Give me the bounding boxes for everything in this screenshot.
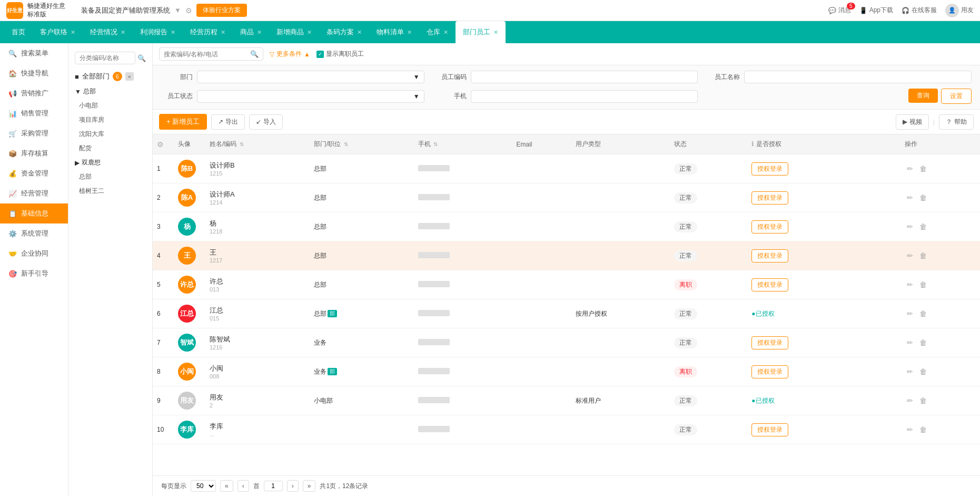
import-button[interactable]: ↙ 导入: [249, 114, 283, 130]
dept-item-shenyang[interactable]: 沈阳大库: [68, 127, 152, 141]
delete-button[interactable]: 🗑: [917, 163, 929, 174]
dept-item-zhishu[interactable]: 植树王二: [68, 184, 152, 198]
dept-item-xiaodibu[interactable]: 小电部: [68, 99, 152, 113]
authorize-button[interactable]: 授权登录: [751, 249, 788, 262]
delete-button[interactable]: 🗑: [917, 366, 929, 377]
close-icon[interactable]: ✕: [307, 29, 312, 36]
dept-item-peihuo[interactable]: 配货: [68, 141, 152, 155]
phone-input[interactable]: [471, 90, 698, 103]
delete-button[interactable]: 🗑: [917, 424, 929, 435]
tab-department[interactable]: 部门员工 ✕: [456, 21, 506, 43]
sidebar-item-system[interactable]: ⚙️ 系统管理: [0, 223, 68, 244]
authorize-button[interactable]: 授权登录: [751, 365, 788, 378]
delete-button[interactable]: 🗑: [917, 395, 929, 406]
empcode-input[interactable]: [471, 71, 698, 83]
dept-search-icon[interactable]: 🔍: [137, 54, 146, 62]
edit-button[interactable]: ✏: [905, 192, 915, 203]
message-action[interactable]: 💬 消息 5: [828, 6, 851, 15]
tab-home[interactable]: 首页: [4, 21, 33, 43]
sidebar-item-collab[interactable]: 🤝 企业协同: [0, 244, 68, 264]
dept-select[interactable]: ▼: [197, 71, 424, 83]
video-button[interactable]: ▶ 视频: [896, 114, 929, 130]
tab-goods[interactable]: 商品 ✕: [233, 21, 269, 43]
app-download-action[interactable]: 📱 App下载: [859, 6, 893, 15]
close-icon[interactable]: ✕: [121, 29, 125, 36]
sidebar-item-marketing[interactable]: 📢 营销推广: [0, 83, 68, 103]
sidebar-item-inventory[interactable]: 📦 库存核算: [0, 143, 68, 163]
tab-add-goods[interactable]: 新增商品 ✕: [269, 21, 319, 43]
tab-history[interactable]: 经营历程 ✕: [183, 21, 233, 43]
col-name[interactable]: 姓名/编码 ⇅: [205, 134, 310, 154]
search-icon[interactable]: 🔍: [250, 50, 259, 58]
sidebar-item-basic[interactable]: 📋 基础信息: [0, 203, 68, 223]
set-button[interactable]: 设置: [941, 89, 972, 104]
authorize-button[interactable]: 授权登录: [751, 220, 788, 234]
authorize-button[interactable]: 授权登录: [751, 336, 788, 349]
per-page-select[interactable]: 50: [191, 480, 216, 492]
sidebar-item-search[interactable]: 🔍 搜索菜单: [0, 43, 68, 63]
add-employee-button[interactable]: + 新增员工: [159, 114, 207, 130]
delete-button[interactable]: 🗑: [917, 279, 929, 290]
help-button[interactable]: ？ 帮助: [939, 114, 974, 130]
page-input[interactable]: [264, 481, 283, 491]
dept-search-input[interactable]: [75, 52, 135, 64]
delete-button[interactable]: 🗑: [917, 192, 929, 203]
edit-button[interactable]: ✏: [905, 163, 915, 174]
authorize-button[interactable]: 授权登录: [751, 423, 788, 436]
delete-button[interactable]: 🗑: [917, 308, 929, 319]
search-input[interactable]: [164, 51, 248, 58]
authorize-button[interactable]: 授权登录: [751, 278, 788, 291]
last-page-button[interactable]: »: [303, 480, 316, 492]
delete-button[interactable]: 🗑: [917, 221, 929, 232]
close-icon[interactable]: ✕: [257, 29, 262, 36]
edit-button[interactable]: ✏: [905, 221, 915, 232]
tab-operation[interactable]: 经营情况 ✕: [83, 21, 133, 43]
dept-group-zongbu[interactable]: ▼ 总部: [68, 84, 152, 99]
close-icon[interactable]: ✕: [221, 29, 225, 36]
dept-item-zongbu2[interactable]: 总部: [68, 170, 152, 184]
sidebar-item-finance[interactable]: 💰 资金管理: [0, 163, 68, 183]
tab-barcode[interactable]: 条码方案 ✕: [319, 21, 369, 43]
close-icon[interactable]: ✕: [493, 29, 498, 36]
close-icon[interactable]: ✕: [357, 29, 362, 36]
edit-button[interactable]: ✏: [905, 279, 915, 290]
edit-button[interactable]: ✏: [905, 424, 915, 435]
settings-icon[interactable]: ⚙: [157, 140, 164, 149]
tab-profit[interactable]: 利润报告 ✕: [133, 21, 183, 43]
close-icon[interactable]: ✕: [443, 29, 448, 36]
sidebar-item-purchase[interactable]: 🛒 采购管理: [0, 123, 68, 143]
more-filter-btn[interactable]: ▽ 更多条件 ▲: [270, 50, 310, 59]
tab-customer[interactable]: 客户联络 ✕: [33, 21, 83, 43]
export-button[interactable]: ↗ 导出: [211, 114, 245, 130]
edit-button[interactable]: ✏: [905, 366, 915, 377]
sidebar-item-nav[interactable]: 🏠 快捷导航: [0, 63, 68, 83]
edit-button[interactable]: ✏: [905, 337, 915, 348]
gear-icon[interactable]: ⚙: [185, 6, 192, 15]
user-action[interactable]: 👤 用友: [945, 4, 974, 17]
edit-button[interactable]: ✏: [905, 395, 915, 406]
collapse-button[interactable]: «: [125, 72, 134, 81]
delete-button[interactable]: 🗑: [917, 250, 929, 261]
dept-item-project[interactable]: 项目库房: [68, 113, 152, 127]
close-icon[interactable]: ✕: [171, 29, 175, 36]
status-select[interactable]: ▼: [197, 90, 424, 103]
tab-material[interactable]: 物料清单 ✕: [369, 21, 419, 43]
delete-button[interactable]: 🗑: [917, 337, 929, 348]
tab-warehouse[interactable]: 仓库 ✕: [419, 21, 456, 43]
first-page-button[interactable]: «: [220, 480, 233, 492]
service-action[interactable]: 🎧 在线客服: [902, 6, 937, 15]
sidebar-item-guide[interactable]: 🎯 新手引导: [0, 264, 68, 284]
next-page-button[interactable]: ›: [287, 480, 299, 492]
col-dept[interactable]: 部门/职位 ⇅: [310, 134, 414, 154]
all-dept-header[interactable]: ■ 全部部门 6 «: [68, 69, 152, 84]
edit-button[interactable]: ✏: [905, 308, 915, 319]
dropdown-icon[interactable]: ▼: [174, 6, 181, 14]
edit-button[interactable]: ✏: [905, 250, 915, 261]
dept-group-shuanglu[interactable]: ▶ 双鹿想: [68, 155, 152, 170]
prev-page-button[interactable]: ‹: [237, 480, 249, 492]
col-phone[interactable]: 手机 ⇅: [414, 134, 512, 154]
trial-button[interactable]: 体验行业方案: [196, 4, 247, 17]
close-icon[interactable]: ✕: [71, 29, 75, 36]
close-icon[interactable]: ✕: [407, 29, 412, 36]
show-resigned-toggle[interactable]: ✓ 显示离职员工: [316, 50, 364, 59]
